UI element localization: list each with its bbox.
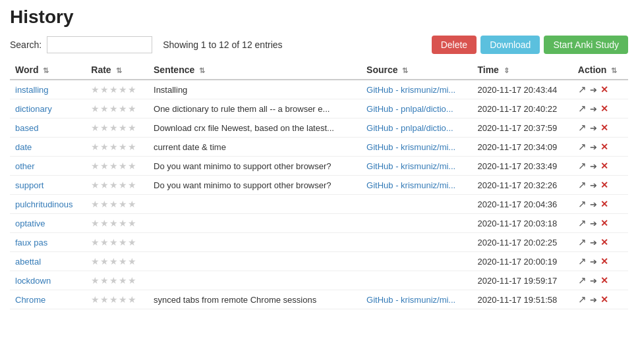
star-rating[interactable]: ★★★★★ xyxy=(91,256,136,267)
source-link[interactable]: GitHub - krismuniz/mi... xyxy=(366,161,455,171)
anki-button[interactable]: Start Anki Study xyxy=(544,36,628,54)
star-1[interactable]: ★ xyxy=(91,275,100,286)
cell-rate[interactable]: ★★★★★ xyxy=(86,157,148,176)
star-3[interactable]: ★ xyxy=(109,180,118,190)
share-button[interactable]: ➔ xyxy=(590,257,597,267)
row-delete-button[interactable]: ✕ xyxy=(600,199,608,209)
star-rating[interactable]: ★★★★★ xyxy=(91,199,136,209)
star-1[interactable]: ★ xyxy=(91,103,100,114)
open-button[interactable]: ↗ xyxy=(578,84,587,95)
row-delete-button[interactable]: ✕ xyxy=(600,256,608,267)
cell-rate[interactable]: ★★★★★ xyxy=(86,80,148,99)
star-3[interactable]: ★ xyxy=(109,103,118,114)
star-3[interactable]: ★ xyxy=(109,256,118,267)
open-button[interactable]: ↗ xyxy=(578,294,587,305)
open-button[interactable]: ↗ xyxy=(578,103,587,115)
star-5[interactable]: ★ xyxy=(128,180,136,190)
cell-rate[interactable]: ★★★★★ xyxy=(86,252,148,271)
star-3[interactable]: ★ xyxy=(109,275,118,286)
star-2[interactable]: ★ xyxy=(100,275,109,286)
row-delete-button[interactable]: ✕ xyxy=(600,84,608,95)
col-source[interactable]: Source ⇅ xyxy=(361,61,472,80)
star-1[interactable]: ★ xyxy=(91,218,100,228)
row-delete-button[interactable]: ✕ xyxy=(600,180,608,190)
star-1[interactable]: ★ xyxy=(91,237,100,247)
word-link[interactable]: dictionary xyxy=(15,104,52,114)
star-rating[interactable]: ★★★★★ xyxy=(91,237,136,247)
download-button[interactable]: Download xyxy=(480,36,540,54)
word-link[interactable]: lockdown xyxy=(15,276,51,286)
word-link[interactable]: faux pas xyxy=(15,238,47,247)
row-delete-button[interactable]: ✕ xyxy=(600,218,608,228)
star-1[interactable]: ★ xyxy=(91,199,100,209)
source-link[interactable]: GitHub - krismuniz/mi... xyxy=(366,180,455,190)
star-rating[interactable]: ★★★★★ xyxy=(91,103,136,114)
open-button[interactable]: ↗ xyxy=(578,141,587,153)
star-5[interactable]: ★ xyxy=(128,256,136,267)
star-5[interactable]: ★ xyxy=(128,218,136,228)
star-4[interactable]: ★ xyxy=(119,161,127,171)
source-link[interactable]: GitHub - pnlpal/dictio... xyxy=(366,104,453,114)
share-button[interactable]: ➔ xyxy=(590,219,597,228)
star-4[interactable]: ★ xyxy=(119,84,127,95)
col-time[interactable]: Time ⇕ xyxy=(472,61,572,80)
star-rating[interactable]: ★★★★★ xyxy=(91,84,136,95)
star-5[interactable]: ★ xyxy=(128,122,136,133)
open-button[interactable]: ↗ xyxy=(578,179,587,191)
star-1[interactable]: ★ xyxy=(91,256,100,267)
star-2[interactable]: ★ xyxy=(100,218,109,228)
open-button[interactable]: ↗ xyxy=(578,122,587,134)
word-link[interactable]: date xyxy=(15,142,32,152)
word-link[interactable]: pulchritudinous xyxy=(15,199,72,209)
star-1[interactable]: ★ xyxy=(91,122,100,133)
star-rating[interactable]: ★★★★★ xyxy=(91,275,136,286)
source-link[interactable]: GitHub - pnlpal/dictio... xyxy=(366,123,453,133)
star-3[interactable]: ★ xyxy=(109,218,118,228)
star-2[interactable]: ★ xyxy=(100,142,109,152)
star-5[interactable]: ★ xyxy=(128,199,136,209)
open-button[interactable]: ↗ xyxy=(578,160,587,172)
row-delete-button[interactable]: ✕ xyxy=(600,294,608,305)
star-3[interactable]: ★ xyxy=(109,199,118,209)
star-5[interactable]: ★ xyxy=(128,161,136,171)
share-button[interactable]: ➔ xyxy=(590,238,597,247)
source-link[interactable]: GitHub - krismuniz/mi... xyxy=(366,142,455,152)
open-button[interactable]: ↗ xyxy=(578,217,587,229)
share-button[interactable]: ➔ xyxy=(590,199,597,209)
row-delete-button[interactable]: ✕ xyxy=(600,122,608,133)
star-1[interactable]: ★ xyxy=(91,180,100,190)
star-2[interactable]: ★ xyxy=(100,294,109,305)
star-4[interactable]: ★ xyxy=(119,199,127,209)
cell-rate[interactable]: ★★★★★ xyxy=(86,290,148,309)
source-link[interactable]: GitHub - krismuniz/mi... xyxy=(366,295,455,305)
star-2[interactable]: ★ xyxy=(100,237,109,247)
star-3[interactable]: ★ xyxy=(109,161,118,171)
row-delete-button[interactable]: ✕ xyxy=(600,161,608,171)
star-4[interactable]: ★ xyxy=(119,275,127,286)
col-rate[interactable]: Rate ⇅ xyxy=(86,61,148,80)
open-button[interactable]: ↗ xyxy=(578,255,587,267)
cell-rate[interactable]: ★★★★★ xyxy=(86,99,148,118)
star-5[interactable]: ★ xyxy=(128,237,136,247)
share-button[interactable]: ➔ xyxy=(590,104,597,114)
share-button[interactable]: ➔ xyxy=(590,142,597,152)
open-button[interactable]: ↗ xyxy=(578,236,587,248)
star-3[interactable]: ★ xyxy=(109,294,118,305)
star-5[interactable]: ★ xyxy=(128,294,136,305)
star-2[interactable]: ★ xyxy=(100,180,109,190)
open-button[interactable]: ↗ xyxy=(578,274,587,286)
open-button[interactable]: ↗ xyxy=(578,198,587,210)
star-4[interactable]: ★ xyxy=(119,237,127,247)
star-3[interactable]: ★ xyxy=(109,84,118,95)
star-4[interactable]: ★ xyxy=(119,180,127,190)
star-rating[interactable]: ★★★★★ xyxy=(91,180,136,190)
star-rating[interactable]: ★★★★★ xyxy=(91,142,136,152)
star-rating[interactable]: ★★★★★ xyxy=(91,294,136,305)
share-button[interactable]: ➔ xyxy=(590,161,597,171)
star-2[interactable]: ★ xyxy=(100,199,109,209)
star-1[interactable]: ★ xyxy=(91,294,100,305)
star-2[interactable]: ★ xyxy=(100,161,109,171)
star-5[interactable]: ★ xyxy=(128,84,136,95)
col-sentence[interactable]: Sentence ⇅ xyxy=(148,61,361,80)
col-word[interactable]: Word ⇅ xyxy=(10,61,86,80)
